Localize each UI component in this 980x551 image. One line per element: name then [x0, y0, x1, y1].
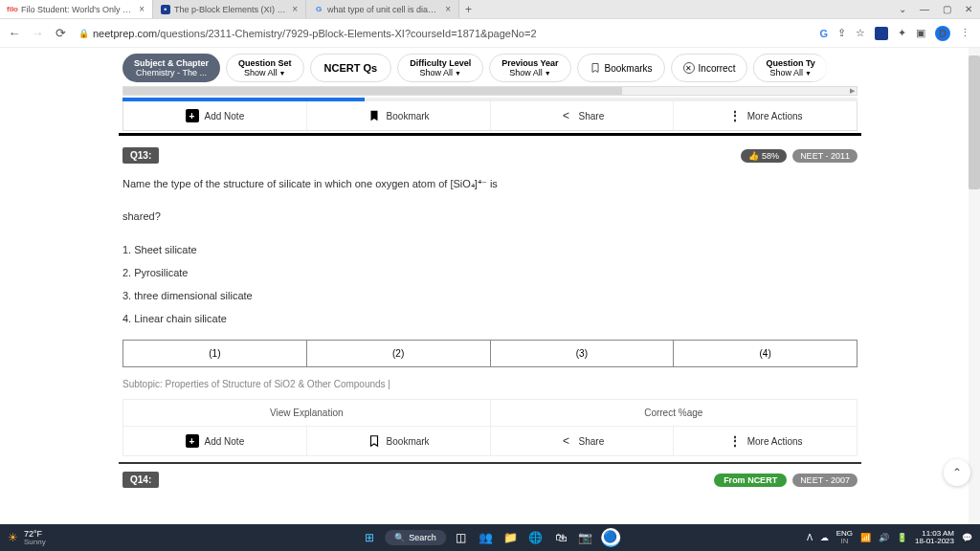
- percent-badge: 👍 58%: [741, 149, 787, 163]
- lock-icon: 🔒: [78, 29, 89, 38]
- scroll-to-top-button[interactable]: ⌃: [944, 459, 970, 486]
- vertical-scrollbar[interactable]: [969, 48, 980, 524]
- close-icon[interactable]: ×: [445, 4, 451, 14]
- explanation-row: View Explanation Correct %age: [122, 399, 858, 427]
- battery-icon[interactable]: 🔋: [897, 533, 907, 542]
- taskbar-weather[interactable]: ☀ 72°F Sunny: [8, 530, 46, 546]
- store-icon[interactable]: 🛍: [551, 528, 570, 547]
- filter-incorrect[interactable]: ✕ Incorrect: [671, 54, 748, 82]
- add-note-button[interactable]: + Add Note: [123, 101, 307, 130]
- section-divider: [119, 133, 861, 136]
- add-note-button[interactable]: + Add Note: [123, 427, 307, 455]
- filter-bookmarks[interactable]: Bookmarks: [577, 54, 665, 82]
- back-button[interactable]: ←: [6, 26, 23, 40]
- taskbar-clock[interactable]: 11:03 AM 18-01-2023: [915, 530, 954, 545]
- bookmark-outline-icon: [368, 434, 381, 448]
- question-actions-top: + Add Note Bookmark < Share ⋮ More Actio…: [122, 101, 858, 131]
- question-number-badge: Q13:: [122, 147, 159, 164]
- plus-note-icon: +: [186, 109, 199, 122]
- year-badge: NEET - 2011: [792, 149, 858, 163]
- start-button[interactable]: ⊞: [360, 528, 379, 547]
- taskbar-search[interactable]: 🔍 Search: [385, 530, 446, 545]
- more-icon: ⋮: [728, 109, 742, 122]
- close-window-icon[interactable]: ✕: [965, 4, 972, 14]
- notifications-icon[interactable]: 💬: [962, 533, 972, 542]
- chevron-down-icon: ▼: [279, 70, 286, 77]
- browser-titlebar: filo Filo Student: World's Only Live In …: [0, 0, 980, 19]
- tab-favicon: G: [314, 5, 323, 14]
- filter-difficulty[interactable]: Difficulty Level Show All ▼: [397, 54, 483, 82]
- share-page-icon[interactable]: ⇪: [837, 27, 846, 39]
- google-icon[interactable]: G: [819, 28, 828, 39]
- browser-tab[interactable]: G what type of unit cell is diamon ×: [306, 0, 459, 18]
- sun-icon: ☀: [8, 531, 18, 544]
- camera-icon[interactable]: 📷: [576, 528, 595, 547]
- browser-tab[interactable]: ▪ The p-Block Elements (XI) Chemi ×: [153, 0, 306, 18]
- reload-button[interactable]: ⟳: [52, 26, 69, 40]
- volume-icon[interactable]: 🔊: [879, 533, 889, 542]
- bookmark-icon: [368, 109, 381, 122]
- bookmark-button[interactable]: Bookmark: [307, 101, 491, 130]
- forward-button[interactable]: →: [29, 26, 46, 40]
- extension-icon[interactable]: [875, 27, 888, 40]
- wifi-icon[interactable]: 📶: [860, 533, 871, 542]
- tray-expand-icon[interactable]: ᐱ: [807, 533, 813, 542]
- bookmark-button[interactable]: Bookmark: [307, 427, 491, 455]
- filter-bar: Subject & Chapter Chemistry - The ... Qu…: [0, 48, 980, 82]
- filter-subject-chapter[interactable]: Subject & Chapter Chemistry - The ...: [122, 54, 220, 82]
- browser-tab[interactable]: filo Filo Student: World's Only Live In …: [0, 0, 153, 18]
- explorer-icon[interactable]: 📁: [501, 528, 521, 547]
- question-13: Q13: 👍 58% NEET - 2011 Name the type of …: [122, 147, 858, 427]
- x-circle-icon: ✕: [683, 62, 695, 74]
- more-actions-button[interactable]: ⋮ More Actions: [674, 101, 857, 130]
- section-divider: [119, 462, 861, 464]
- filter-question-type[interactable]: Question Ty Show All ▼: [753, 54, 826, 82]
- share-button[interactable]: < Share: [491, 427, 675, 455]
- filter-question-set[interactable]: Question Set Show All ▼: [226, 54, 304, 82]
- share-icon: <: [560, 109, 573, 122]
- chevron-down-icon[interactable]: ⌄: [899, 4, 906, 14]
- extensions-icon[interactable]: ✦: [898, 27, 906, 39]
- tab-title: what type of unit cell is diamon: [327, 5, 441, 14]
- address-bar: ← → ⟳ 🔒 neetprep.com/questions/2311-Chem…: [0, 19, 980, 48]
- profile-avatar[interactable]: D: [935, 26, 950, 41]
- tab-favicon: filo: [8, 5, 17, 14]
- cloud-icon[interactable]: ☁: [820, 533, 829, 542]
- correct-percentage-button[interactable]: Correct %age: [491, 400, 858, 426]
- minimize-icon[interactable]: ―: [920, 4, 929, 14]
- chevron-up-icon: ⌃: [952, 466, 962, 479]
- year-badge: NEET - 2007: [792, 474, 858, 487]
- edge-icon[interactable]: 🌐: [526, 528, 546, 547]
- close-icon[interactable]: ×: [292, 4, 298, 14]
- teams-icon[interactable]: 👥: [477, 528, 496, 547]
- bookmark-icon: [590, 62, 601, 74]
- tab-favicon: ▪: [161, 5, 170, 14]
- horizontal-scrollbar[interactable]: ◀ ▶: [122, 86, 858, 96]
- star-icon[interactable]: ☆: [856, 27, 865, 39]
- filter-ncert[interactable]: NCERT Qs: [310, 54, 392, 82]
- answer-choice-1[interactable]: (1): [123, 341, 307, 367]
- chevron-down-icon: ▼: [545, 70, 551, 77]
- question-text: Name the type of the structure of silica…: [122, 175, 858, 227]
- option-4: 4. Linear chain silicate: [122, 307, 858, 330]
- task-view-icon[interactable]: ◫: [452, 528, 471, 547]
- answer-choice-2[interactable]: (2): [306, 341, 490, 367]
- panel-icon[interactable]: ▣: [916, 27, 925, 39]
- more-actions-button[interactable]: ⋮ More Actions: [674, 427, 857, 455]
- close-icon[interactable]: ×: [139, 4, 145, 14]
- new-tab-button[interactable]: +: [459, 3, 478, 16]
- scroll-right-icon[interactable]: ▶: [847, 87, 857, 95]
- share-button[interactable]: < Share: [491, 101, 675, 130]
- menu-icon[interactable]: ⋮: [960, 27, 970, 39]
- maximize-icon[interactable]: ▢: [943, 4, 951, 14]
- view-explanation-button[interactable]: View Explanation: [123, 400, 491, 426]
- option-3: 3. three dimensional silicate: [122, 284, 858, 307]
- question-number-badge: Q14:: [122, 472, 159, 488]
- more-icon: ⋮: [728, 434, 742, 448]
- chrome-icon[interactable]: 🔵: [601, 528, 620, 547]
- filter-previous-year[interactable]: Previous Year Show All ▼: [489, 54, 570, 82]
- answer-choice-4[interactable]: (4): [674, 341, 858, 367]
- question-actions-bottom: + Add Note Bookmark < Share ⋮ More Actio…: [122, 427, 858, 456]
- answer-choice-3[interactable]: (3): [490, 341, 674, 367]
- url-input[interactable]: 🔒 neetprep.com/questions/2311-Chemistry/…: [75, 28, 813, 39]
